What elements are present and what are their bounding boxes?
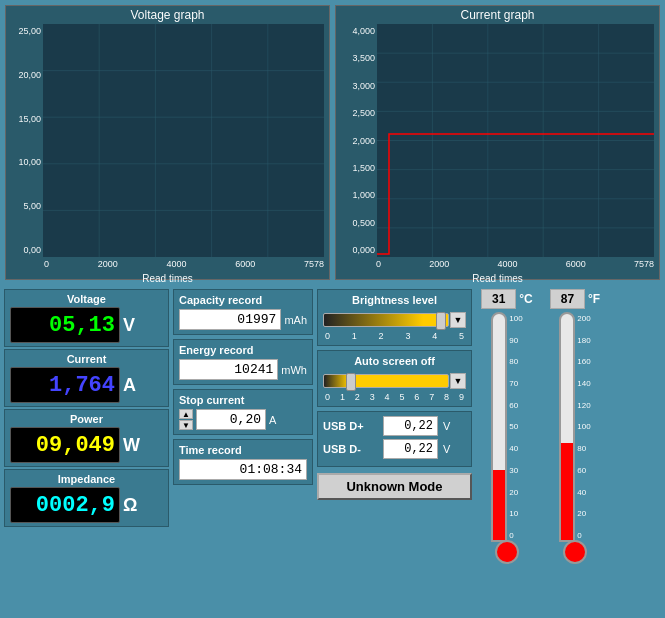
energy-record-label: Energy record: [179, 344, 307, 356]
graphs-section: Voltage graph 25,00 20,00 15,00 10,00 5,…: [0, 0, 665, 285]
records-panel: Capacity record mAh Energy record mWh St…: [173, 289, 313, 614]
time-record-block: Time record: [173, 439, 313, 485]
celsius-scale: 100 90 80 70 60 50 40 30 20 10 0: [509, 312, 522, 542]
current-x-label: Read times: [336, 271, 659, 286]
thermo-headers: 31 °C 100 90 80 70: [476, 289, 606, 564]
celsius-tube: [491, 312, 507, 542]
fahrenheit-unit: °F: [588, 292, 600, 306]
energy-unit: mWh: [281, 364, 307, 376]
auto-screen-dropdown-button[interactable]: ▼: [450, 373, 466, 389]
fahrenheit-value: 87: [550, 289, 585, 309]
svg-rect-0: [43, 24, 324, 257]
current-graph-container: Current graph 4,000 3,500 3,000 2,500 2,…: [335, 5, 660, 280]
time-record-input[interactable]: [179, 459, 307, 480]
celsius-fill: [493, 470, 505, 540]
voltage-x-label: Read times: [6, 271, 329, 286]
usb-dplus-unit: V: [443, 420, 450, 432]
current-display: 1,764: [10, 367, 120, 403]
celsius-bulb: [495, 540, 519, 564]
capacity-record-block: Capacity record mAh: [173, 289, 313, 335]
fahrenheit-thermo-body: 200 180 160 140 120 100 80 60 40 20 0: [559, 312, 590, 542]
brightness-ticks: 0 1 2 3 4 5: [323, 331, 466, 341]
celsius-thermometer: 100 90 80 70 60 50 40 30 20 10 0: [491, 312, 522, 564]
usb-dminus-label: USB D-: [323, 443, 378, 455]
usb-dminus-row: USB D- V: [323, 439, 466, 459]
thermometer-panel: 31 °C 100 90 80 70: [476, 289, 606, 614]
usb-dplus-label: USB D+: [323, 420, 378, 432]
voltage-x-axis: 0 2000 4000 6000 7578: [6, 257, 329, 271]
brightness-label: Brightness level: [323, 294, 466, 306]
power-display: 09,049: [10, 427, 120, 463]
auto-screen-slider-thumb[interactable]: [346, 373, 356, 391]
voltage-unit: V: [123, 315, 135, 336]
brightness-block: Brightness level ▼ 0 1 2 3 4 5: [317, 289, 472, 346]
meters-panel: Voltage 05,13 V Current 1,764 A Power 09: [4, 289, 169, 614]
fahrenheit-tube: [559, 312, 575, 542]
time-record-label: Time record: [179, 444, 307, 456]
energy-record-input[interactable]: [179, 359, 278, 380]
current-meter-label: Current: [10, 353, 163, 365]
voltage-y-axis: 25,00 20,00 15,00 10,00 5,00 0,00: [11, 24, 43, 257]
auto-screen-ticks: 0 1 2 3 4 5 6 7 8 9: [323, 392, 466, 402]
spin-down-button[interactable]: ▼: [179, 420, 193, 430]
voltage-graph-container: Voltage graph 25,00 20,00 15,00 10,00 5,…: [5, 5, 330, 280]
impedance-unit: Ω: [123, 495, 137, 516]
bottom-section: Voltage 05,13 V Current 1,764 A Power 09: [0, 285, 665, 618]
impedance-display: 0002,9: [10, 487, 120, 523]
celsius-header: 31 °C: [481, 289, 532, 309]
stop-current-spinner[interactable]: ▲ ▼: [179, 409, 193, 430]
capacity-unit: mAh: [284, 314, 307, 326]
capacity-record-input[interactable]: [179, 309, 281, 330]
energy-record-block: Energy record mWh: [173, 339, 313, 385]
fahrenheit-column: 87 °F 200 180 160 140: [544, 289, 606, 564]
auto-screen-block: Auto screen off ▼ 0 1 2 3 4 5 6 7 8 9: [317, 350, 472, 407]
usb-block: USB D+ V USB D- V: [317, 411, 472, 467]
voltage-graph-title: Voltage graph: [6, 6, 329, 24]
celsius-thermo-body: 100 90 80 70 60 50 40 30 20 10 0: [491, 312, 522, 542]
celsius-unit: °C: [519, 292, 532, 306]
auto-screen-slider-track[interactable]: [323, 374, 449, 388]
auto-screen-label: Auto screen off: [323, 355, 466, 367]
usb-dplus-input[interactable]: [383, 416, 438, 436]
spin-up-button[interactable]: ▲: [179, 409, 193, 419]
fahrenheit-thermometer: 200 180 160 140 120 100 80 60 40 20 0: [559, 312, 590, 564]
fahrenheit-scale: 200 180 160 140 120 100 80 60 40 20 0: [577, 312, 590, 542]
brightness-dropdown-button[interactable]: ▼: [450, 312, 466, 328]
celsius-value: 31: [481, 289, 516, 309]
stop-current-label: Stop current: [179, 394, 307, 406]
fahrenheit-bulb: [563, 540, 587, 564]
current-graph-title: Current graph: [336, 6, 659, 24]
stop-current-input[interactable]: [196, 409, 266, 430]
usb-dplus-row: USB D+ V: [323, 416, 466, 436]
brightness-slider-thumb[interactable]: [436, 312, 446, 330]
current-x-axis: 0 2000 4000 6000 7578: [336, 257, 659, 271]
unknown-mode-button[interactable]: Unknown Mode: [317, 473, 472, 500]
power-meter: Power 09,049 W: [4, 409, 169, 467]
impedance-meter: Impedance 0002,9 Ω: [4, 469, 169, 527]
auto-screen-slider-row: ▼: [323, 370, 466, 392]
usb-dminus-unit: V: [443, 443, 450, 455]
current-graph-svg: [377, 24, 654, 257]
voltage-meter: Voltage 05,13 V: [4, 289, 169, 347]
current-unit: A: [123, 375, 136, 396]
fahrenheit-header: 87 °F: [550, 289, 600, 309]
voltage-meter-label: Voltage: [10, 293, 163, 305]
capacity-record-label: Capacity record: [179, 294, 307, 306]
brightness-slider-track[interactable]: [323, 313, 449, 327]
current-y-axis: 4,000 3,500 3,000 2,500 2,000 1,500 1,00…: [341, 24, 377, 257]
current-meter: Current 1,764 A: [4, 349, 169, 407]
controls-panel: Brightness level ▼ 0 1 2 3 4 5 Auto scre…: [317, 289, 472, 614]
voltage-display: 05,13: [10, 307, 120, 343]
power-meter-label: Power: [10, 413, 163, 425]
stop-current-block: Stop current ▲ ▼ A: [173, 389, 313, 435]
stop-current-unit: A: [269, 414, 276, 426]
celsius-column: 31 °C 100 90 80 70: [476, 289, 538, 564]
impedance-meter-label: Impedance: [10, 473, 163, 485]
power-unit: W: [123, 435, 140, 456]
fahrenheit-fill: [561, 443, 573, 540]
brightness-slider-row: ▼: [323, 309, 466, 331]
usb-dminus-input[interactable]: [383, 439, 438, 459]
voltage-graph-svg: [43, 24, 324, 257]
